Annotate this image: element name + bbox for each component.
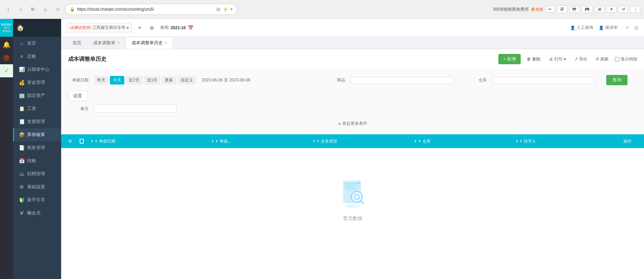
refresh-button[interactable]: ↻: [28, 4, 38, 14]
sidebar-item-tax[interactable]: 📑 税务管理: [13, 141, 61, 154]
tab-cost-adjust-close[interactable]: ×: [117, 41, 120, 45]
tab-cost-adjust-label: 成本调整单: [93, 40, 115, 46]
sidebar-item-funds-label: 资金管理: [27, 79, 45, 86]
print-button[interactable]: 🖨 打印 ▾: [547, 55, 568, 64]
sort-down-icon: ⬇: [95, 140, 98, 143]
refresh-button[interactable]: ↺ 刷新: [594, 55, 611, 64]
tab-cost-adjust-history-close[interactable]: ×: [165, 41, 167, 45]
warehouse-filter-select[interactable]: ...: [492, 77, 595, 84]
today-btn[interactable]: 今天: [110, 76, 124, 85]
tab-home-label: 首页: [72, 40, 81, 46]
more-dates-btn[interactable]: 更多: [162, 76, 176, 85]
filter-setting-button[interactable]: 设置: [68, 91, 87, 101]
table-container: ⚙ ⬆ ⬇ 单据日期 ⬆ ⬇ 单据...: [61, 134, 644, 249]
th-checkbox[interactable]: [76, 134, 87, 148]
company-selector[interactable]: (勿删勿禁用) 江西服宝测试专用 ▾: [67, 23, 132, 32]
sort-up-icon-2: ⬆: [211, 140, 214, 143]
add-company-button[interactable]: +: [136, 23, 143, 32]
period-label: 账期: [160, 25, 169, 31]
print-dropdown-icon[interactable]: ▾: [564, 57, 566, 62]
sidebar-item-invoice[interactable]: 🧾 发票管理: [13, 115, 61, 128]
custom-date-btn[interactable]: 自定义: [178, 76, 196, 85]
filter-date-row: 单据日期 昨天 今天 近7天 近1月 更多 自定义 2023-06-06 至 2…: [68, 75, 637, 101]
sidebar-item-funds[interactable]: 💰 资金管理: [13, 76, 61, 89]
undo-button[interactable]: ↺: [619, 6, 628, 13]
vip-icon: V: [19, 210, 24, 216]
more-button[interactable]: ⋮: [630, 6, 641, 13]
sidebar-item-ledger[interactable]: ≡ 总账: [13, 50, 61, 63]
th-person[interactable]: ⬆ ⬇ 经手人: [512, 134, 614, 148]
home-button[interactable]: ⌂: [41, 4, 50, 14]
close-accounts-icon: 📅: [19, 158, 24, 164]
icon-bar-weibo[interactable]: 微: [0, 51, 13, 64]
sidebar-item-settings[interactable]: ⚙ 基础设置: [13, 180, 61, 193]
sidebar-item-salary[interactable]: 📋 工资: [13, 102, 61, 115]
sidebar: 🏠 ⌂ 首页 ≡ 总账 📊 云报表中心 💰 资金管理 🏢 固定资产 📋 工资 🧾: [13, 19, 61, 279]
consult-icon: 👤: [570, 25, 575, 30]
window-close-button[interactable]: ×: [626, 25, 629, 31]
last1month-btn[interactable]: 近1月: [144, 76, 161, 85]
scissors-button[interactable]: ✂: [545, 6, 555, 13]
sidebar-item-fixed[interactable]: 🏢 固定资产: [13, 89, 61, 102]
page-header: 成本调整单历史 + 新增 🗑 删除 🖨 打印 ▾ ↗ 导出: [61, 49, 644, 69]
calendar-icon[interactable]: 📅: [188, 25, 193, 30]
delete-button[interactable]: 🗑 删除: [525, 55, 543, 64]
apps-button[interactable]: ⊞: [595, 6, 605, 13]
sidebar-item-guide[interactable]: 🔰 新手引导: [13, 193, 61, 207]
star-button[interactable]: ☆: [53, 4, 63, 14]
show-detail-checkbox[interactable]: [615, 57, 619, 62]
wallet-button[interactable]: ₩: [569, 6, 579, 13]
th-number[interactable]: ⬆ ⬇ 单据...: [208, 134, 309, 148]
goods-more-icon[interactable]: ...: [448, 78, 450, 82]
svg-rect-2: [345, 183, 358, 185]
period-value: 2021-10: [171, 25, 186, 30]
th-action-label: 操作: [623, 138, 632, 144]
translate-button[interactable]: 译: [557, 5, 567, 13]
header-checkbox[interactable]: [80, 139, 84, 144]
warehouse-more-icon[interactable]: ...: [589, 78, 592, 82]
sidebar-item-vip[interactable]: V 畅会员: [13, 207, 61, 220]
sort-up-icon: ⬆: [91, 140, 93, 143]
main-content: (勿删勿禁用) 江西服宝测试专用 ▾ + ⚙ 账期 2021-10 📅 👤 人工…: [61, 19, 644, 279]
remark-filter-input[interactable]: [94, 104, 177, 113]
sidebar-item-home[interactable]: ⌂ 首页: [13, 37, 61, 50]
goods-filter-select[interactable]: ...: [351, 77, 454, 84]
icon-bar-check[interactable]: ✓: [0, 64, 13, 77]
window-more-button[interactable]: ⊟: [634, 25, 639, 31]
yesterday-btn[interactable]: 昨天: [94, 76, 109, 85]
forward-button[interactable]: ›: [16, 4, 25, 14]
th-type[interactable]: ⬆ ⬇ 业务类型: [309, 134, 411, 148]
query-button[interactable]: 查询: [606, 75, 628, 85]
ledger-icon: ≡: [19, 54, 24, 59]
sidebar-item-home-label: 首页: [27, 40, 36, 46]
last7days-btn[interactable]: 近7天: [126, 76, 143, 85]
sidebar-item-archive[interactable]: 🗂 归档管理: [13, 167, 61, 180]
th-gear[interactable]: ⚙: [64, 134, 76, 148]
game-button[interactable]: 🎮: [581, 6, 593, 13]
tab-cost-adjust[interactable]: 成本调整单 ×: [87, 37, 126, 49]
address-bar[interactable]: 🔒 https://cloud.chanjet.com/accounting/u…: [65, 4, 237, 15]
th-date[interactable]: ⬆ ⬇ 单据日期: [87, 134, 208, 148]
sidebar-item-reports[interactable]: 📊 云报表中心: [13, 63, 61, 76]
back-button[interactable]: ‹: [3, 4, 13, 14]
new-button[interactable]: + 新增: [498, 54, 521, 64]
sidebar-item-close-accounts[interactable]: 📅 结账: [13, 154, 61, 167]
tax-icon: 📑: [19, 145, 24, 150]
user-button[interactable]: 👤 徐泽华: [599, 25, 618, 31]
page-actions: + 新增 🗑 删除 🖨 打印 ▾ ↗ 导出 ↺: [498, 54, 637, 64]
fixed-icon: 🏢: [19, 93, 24, 98]
collapse-button[interactable]: ∧ 收起更多条件: [68, 119, 637, 129]
filter-area: 单据日期 昨天 今天 近7天 近1月 更多 自定义 2023-06-06 至 2…: [61, 69, 644, 134]
export-button[interactable]: ↗ 导出: [572, 55, 589, 64]
settings-company-button[interactable]: ⚙: [148, 24, 156, 32]
brightness-button[interactable]: ☀: [607, 6, 617, 13]
tab-cost-adjust-history[interactable]: 成本调整单历史 ×: [126, 37, 173, 49]
consult-button[interactable]: 👤 人工咨询: [570, 25, 593, 31]
icon-bar-notification[interactable]: 🔔: [0, 38, 13, 51]
sidebar-item-inventory[interactable]: 📦 库存核算: [13, 128, 61, 141]
empty-text: 暂无数据: [343, 215, 362, 222]
th-warehouse[interactable]: ⬆ ⬇ 仓库: [411, 134, 512, 148]
tab-home[interactable]: 首页: [67, 37, 87, 49]
dropdown-icon[interactable]: ▾: [230, 7, 233, 12]
page-title: 成本调整单历史: [68, 56, 106, 63]
